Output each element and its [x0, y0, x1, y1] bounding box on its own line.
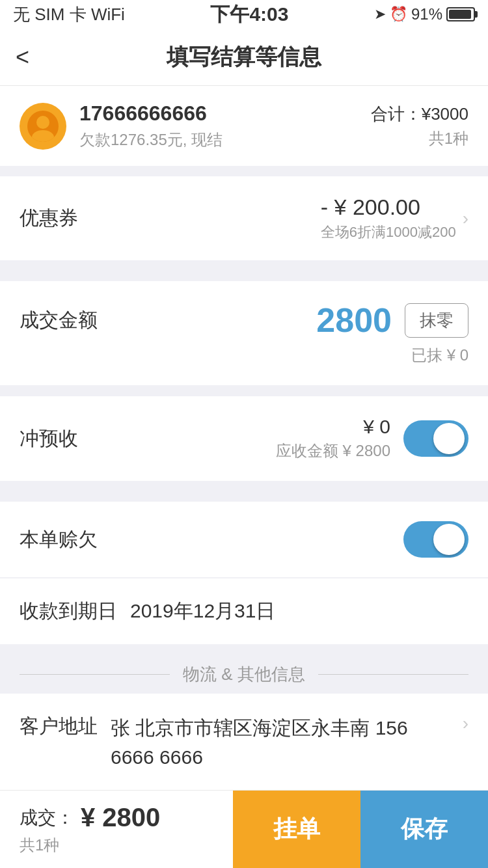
bottom-deal-label: 成交：	[20, 806, 74, 830]
debt-toggle-knob	[433, 524, 465, 555]
address-chevron-icon: ›	[463, 713, 468, 734]
section-divider-1	[0, 271, 488, 281]
customer-debt: 欠款1276.35元, 现结	[79, 129, 223, 150]
content: 17666666666 欠款1276.35元, 现结 合计：¥3000 共1种 …	[0, 86, 488, 868]
status-right: ➤ ⏰ 91%	[374, 5, 475, 23]
total-count: 共1种	[371, 128, 468, 149]
coupon-right: - ¥ 200.00 全场6折满1000减200 ›	[321, 195, 468, 242]
duedate-value: 2019年12月31日	[130, 598, 275, 625]
address-label: 客户地址	[20, 713, 98, 740]
address-value: 张 北京市市辖区海淀区永丰南 156 6666 6666	[111, 713, 456, 772]
total-label: 合计：¥3000	[371, 103, 468, 126]
amount-value: 2800	[316, 301, 392, 340]
bottom-deal-amount: ¥ 2800	[81, 803, 160, 832]
duedate-label: 收款到期日	[20, 598, 117, 625]
back-button[interactable]: <	[16, 44, 29, 71]
logistics-line: 物流 & 其他信息	[0, 663, 488, 686]
avatar	[20, 103, 66, 150]
alarm-icon: ⏰	[390, 6, 407, 23]
amount-row: 成交金额 2800 抹零	[20, 301, 468, 340]
round-button[interactable]: 抹零	[405, 303, 468, 338]
bottom-info: 成交： ¥ 2800 共1种	[0, 803, 233, 856]
duedate-row: 收款到期日 2019年12月31日	[20, 598, 468, 625]
toggle-knob	[433, 423, 465, 454]
section-divider-2	[0, 481, 488, 491]
sim-wifi-text: 无 SIM 卡 WiFi	[13, 3, 125, 26]
amount-label: 成交金额	[20, 307, 98, 334]
precollect-sub: 应收金额 ¥ 2800	[276, 441, 390, 461]
logistics-divider: 物流 & 其他信息	[0, 655, 488, 694]
debt-section: 本单赊欠	[0, 502, 488, 577]
location-icon: ➤	[374, 6, 386, 23]
coupon-discount: - ¥ 200.00	[321, 195, 456, 220]
amount-section: 成交金额 2800 抹零 已抹 ¥ 0	[0, 281, 488, 385]
header: < 填写结算等信息	[0, 29, 488, 86]
coupon-label: 优惠券	[20, 205, 78, 232]
amount-right: 2800 抹零	[316, 301, 468, 340]
bottom-bar: 成交： ¥ 2800 共1种 挂单 保存	[0, 790, 488, 868]
logistics-text: 物流 & 其他信息	[183, 663, 305, 686]
battery-icon	[446, 7, 475, 21]
precollect-label: 冲预收	[20, 426, 78, 452]
debt-toggle[interactable]	[403, 521, 468, 558]
precollect-row: 冲预收 ¥ 0 应收金额 ¥ 2800	[20, 416, 468, 461]
coupon-row[interactable]: 优惠券 - ¥ 200.00 全场6折满1000减200 ›	[0, 176, 488, 260]
pending-button[interactable]: 挂单	[233, 791, 360, 869]
customer-right: 合计：¥3000 共1种	[371, 103, 468, 149]
status-bar: 无 SIM 卡 WiFi 下午4:03 ➤ ⏰ 91%	[0, 0, 488, 29]
debt-label: 本单赊欠	[20, 526, 98, 553]
precollect-right: ¥ 0 应收金额 ¥ 2800	[276, 416, 468, 461]
address-section[interactable]: 客户地址 张 北京市市辖区海淀区永丰南 156 6666 6666 ›	[0, 694, 488, 791]
precollect-toggle[interactable]	[403, 420, 468, 457]
status-left: 无 SIM 卡 WiFi	[13, 3, 125, 26]
customer-info: 17666666666 欠款1276.35元, 现结	[79, 102, 223, 150]
customer-card: 17666666666 欠款1276.35元, 现结 合计：¥3000 共1种	[0, 86, 488, 166]
precollect-section: 冲预收 ¥ 0 应收金额 ¥ 2800	[0, 396, 488, 481]
coupon-desc: 全场6折满1000减200	[321, 223, 456, 242]
customer-left: 17666666666 欠款1276.35元, 现结	[20, 102, 223, 150]
bottom-deal: 成交： ¥ 2800	[20, 803, 213, 832]
avatar-icon	[27, 111, 59, 142]
chevron-right-icon: ›	[463, 208, 468, 229]
status-time: 下午4:03	[210, 1, 288, 28]
battery-percent: 91%	[411, 5, 442, 23]
bottom-deal-count: 共1种	[20, 835, 213, 856]
save-button[interactable]: 保存	[360, 791, 488, 869]
amount-sub: 已抹 ¥ 0	[20, 345, 468, 366]
customer-phone: 17666666666	[79, 102, 223, 126]
duedate-section: 收款到期日 2019年12月31日	[0, 578, 488, 644]
precollect-amount: ¥ 0	[276, 416, 390, 438]
page-title: 填写结算等信息	[167, 42, 321, 72]
